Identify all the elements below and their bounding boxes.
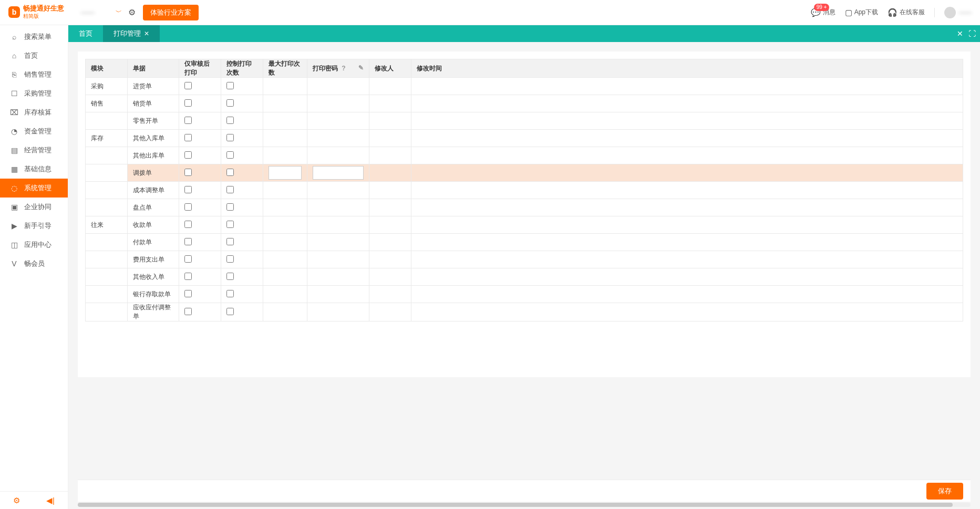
audit-print-checkbox[interactable] xyxy=(184,82,192,89)
sidebar-icon: ▤ xyxy=(9,146,19,154)
main-area: 首页 打印管理 ✕ ✕ ⛶ xyxy=(68,25,980,509)
limit-count-checkbox[interactable] xyxy=(226,82,234,89)
limit-count-checkbox[interactable] xyxy=(226,238,234,245)
sidebar-item-9[interactable]: ▣企业协同 xyxy=(0,198,68,216)
cell-max xyxy=(263,164,307,182)
cell-limit-count xyxy=(221,164,263,182)
cell-doc: 费用支出单 xyxy=(128,251,179,268)
sidebar-item-7[interactable]: ▦基础信息 xyxy=(0,160,68,179)
tab-close-all-icon[interactable]: ✕ xyxy=(957,29,963,38)
audit-print-checkbox[interactable] xyxy=(184,117,192,124)
sidebar-item-2[interactable]: ⎘销售管理 xyxy=(0,65,68,84)
cell-limit-count xyxy=(221,78,263,95)
cell-pwd xyxy=(307,199,369,216)
sidebar-item-5[interactable]: ◔资金管理 xyxy=(0,122,68,141)
audit-print-checkbox[interactable] xyxy=(184,186,192,193)
message-badge: 99 + xyxy=(814,4,830,11)
limit-count-checkbox[interactable] xyxy=(226,203,234,211)
limit-count-checkbox[interactable] xyxy=(226,151,234,159)
cell-modby xyxy=(369,164,411,182)
help-icon[interactable]: ? xyxy=(342,65,345,72)
audit-print-checkbox[interactable] xyxy=(184,221,192,228)
limit-count-checkbox[interactable] xyxy=(226,221,234,228)
tab-home[interactable]: 首页 xyxy=(68,25,103,42)
print-password-input[interactable] xyxy=(313,166,364,180)
sidebar-item-6[interactable]: ▤经营管理 xyxy=(0,141,68,160)
edit-icon[interactable]: ✎ xyxy=(358,64,364,71)
limit-count-checkbox[interactable] xyxy=(226,134,234,141)
audit-print-checkbox[interactable] xyxy=(184,134,192,141)
audit-print-checkbox[interactable] xyxy=(184,273,192,280)
cell-limit-count xyxy=(221,112,263,130)
sidebar-item-11[interactable]: ◫应用中心 xyxy=(0,235,68,254)
cell-doc: 收款单 xyxy=(128,216,179,234)
cell-modtime xyxy=(411,268,963,286)
limit-count-checkbox[interactable] xyxy=(226,117,234,124)
settings-icon[interactable]: ⚙ xyxy=(13,496,20,505)
sidebar-icon: ⌕ xyxy=(9,33,19,41)
sidebar-item-8[interactable]: ◌系统管理 xyxy=(0,179,68,198)
collapse-icon[interactable]: ◀| xyxy=(46,496,55,505)
sidebar-icon: ⌧ xyxy=(9,108,19,117)
limit-count-checkbox[interactable] xyxy=(226,273,234,280)
company-selector[interactable]: —— ﹀ xyxy=(81,8,122,17)
headset-icon: 🎧 xyxy=(888,8,898,17)
cell-limit-count xyxy=(221,286,263,303)
cell-modtime xyxy=(411,147,963,164)
sidebar-item-10[interactable]: ▶新手引导 xyxy=(0,216,68,235)
limit-count-checkbox[interactable] xyxy=(226,169,234,176)
max-print-input[interactable] xyxy=(269,166,302,180)
sidebar-item-label: 采购管理 xyxy=(24,89,51,98)
col-max-count: 最大打印次数 xyxy=(263,59,307,78)
messages-link[interactable]: 99 + 💬 消息 xyxy=(811,8,835,17)
cell-audit-print xyxy=(179,268,221,286)
audit-print-checkbox[interactable] xyxy=(184,203,192,211)
sidebar-item-0[interactable]: ⌕搜索菜单 xyxy=(0,27,68,46)
audit-print-checkbox[interactable] xyxy=(184,290,192,297)
cell-modby xyxy=(369,130,411,147)
cell-doc: 零售开单 xyxy=(128,112,179,130)
limit-count-checkbox[interactable] xyxy=(226,255,234,263)
user-menu[interactable]: —— xyxy=(944,7,972,18)
sidebar-item-label: 畅会员 xyxy=(24,259,45,268)
sidebar-item-4[interactable]: ⌧库存核算 xyxy=(0,103,68,122)
cell-max xyxy=(263,216,307,234)
cell-doc: 进货单 xyxy=(128,78,179,95)
gear-icon[interactable]: ⚙ xyxy=(128,7,136,17)
col-modified-by: 修改人 xyxy=(369,59,411,78)
tab-print-label: 打印管理 xyxy=(114,29,141,38)
app-download-link[interactable]: ▢ App下载 xyxy=(845,8,878,17)
audit-print-checkbox[interactable] xyxy=(184,308,192,315)
save-button[interactable]: 保存 xyxy=(926,483,963,500)
audit-print-checkbox[interactable] xyxy=(184,99,192,107)
horizontal-scrollbar[interactable] xyxy=(78,503,971,508)
limit-count-checkbox[interactable] xyxy=(226,186,234,193)
cell-modby xyxy=(369,199,411,216)
audit-print-checkbox[interactable] xyxy=(184,169,192,176)
cell-module xyxy=(86,251,128,268)
tab-home-label: 首页 xyxy=(79,29,92,38)
table-row: 银行存取款单 xyxy=(86,286,963,303)
fullscreen-icon[interactable]: ⛶ xyxy=(968,29,976,38)
sidebar-icon: ▶ xyxy=(9,222,19,230)
cell-max xyxy=(263,234,307,251)
table-row: 付款单 xyxy=(86,234,963,251)
online-service-link[interactable]: 🎧 在线客服 xyxy=(888,8,925,17)
sidebar-item-12[interactable]: V畅会员 xyxy=(0,254,68,273)
audit-print-checkbox[interactable] xyxy=(184,255,192,263)
sidebar-item-3[interactable]: ☐采购管理 xyxy=(0,84,68,103)
cell-pwd xyxy=(307,182,369,199)
experience-button[interactable]: 体验行业方案 xyxy=(143,5,199,20)
tab-print-manage[interactable]: 打印管理 ✕ xyxy=(103,25,160,42)
limit-count-checkbox[interactable] xyxy=(226,308,234,315)
cell-limit-count xyxy=(221,199,263,216)
cell-module xyxy=(86,112,128,130)
audit-print-checkbox[interactable] xyxy=(184,151,192,159)
limit-count-checkbox[interactable] xyxy=(226,99,234,107)
audit-print-checkbox[interactable] xyxy=(184,238,192,245)
sidebar-item-1[interactable]: ⌂首页 xyxy=(0,46,68,65)
close-icon[interactable]: ✕ xyxy=(144,30,149,37)
limit-count-checkbox[interactable] xyxy=(226,290,234,297)
cell-audit-print xyxy=(179,303,221,321)
cell-doc: 盘点单 xyxy=(128,199,179,216)
